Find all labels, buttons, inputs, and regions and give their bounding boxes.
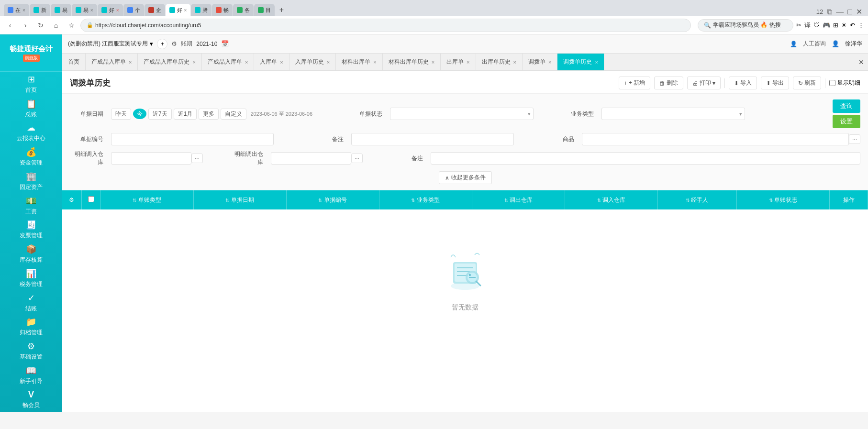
sidebar-item-funds[interactable]: 💰 资金管理 <box>0 145 62 169</box>
print-button[interactable]: 🖨 打印 ▾ <box>687 77 721 89</box>
back-button[interactable]: ‹ <box>4 19 16 32</box>
page-tab-transfer-history[interactable]: 调拨单历史 × <box>557 54 604 71</box>
detail-in-input[interactable] <box>111 152 191 165</box>
bookmark-button[interactable]: ☆ <box>65 19 78 32</box>
new-button[interactable]: + + 新增 <box>619 77 650 89</box>
tab-close-icon[interactable]: × <box>373 59 376 65</box>
page-tab-finished-goods-in-history[interactable]: 产成品入库单历史 × <box>138 54 201 71</box>
tab-close-icon[interactable]: × <box>432 59 434 65</box>
page-tab-stockout-history[interactable]: 出库单历史 × <box>476 54 523 71</box>
display-checkbox-wrapper[interactable]: 显示明细 <box>829 79 860 87</box>
sidebar-item-vip[interactable]: V 畅会员 <box>0 387 62 412</box>
browser-tab-11[interactable]: 各 <box>233 4 254 16</box>
maximize-btn[interactable]: □ <box>847 8 852 16</box>
page-tab-material-out[interactable]: 材料出库单 × <box>336 54 382 71</box>
browser-tab-8[interactable]: 好 × <box>166 4 191 16</box>
browser-tab-2[interactable]: 新 <box>30 4 50 16</box>
browser-tab-10[interactable]: 畅 <box>212 4 233 16</box>
page-tab-finished-goods-in-2[interactable]: 产成品入库单 × <box>202 54 254 71</box>
sidebar-item-home[interactable]: ⊞ 首页 <box>0 72 62 96</box>
col-doc-date[interactable]: ⇅ 单据日期 <box>193 190 286 209</box>
detail-out-picker[interactable]: ··· <box>351 154 363 163</box>
extension-icon-shield[interactable]: 🛡 <box>813 22 820 29</box>
tab-close-icon[interactable]: × <box>467 59 469 65</box>
address-bar[interactable]: 🔒 https://cloud.chanjet.com/accounting/u… <box>80 19 691 32</box>
browser-tab-1[interactable]: 在 × <box>4 4 29 16</box>
page-tab-stockin-history[interactable]: 入库单历史 × <box>289 54 336 71</box>
setting-button[interactable]: 设置 <box>833 115 860 128</box>
browser-tab-12[interactable]: 目 <box>254 4 275 16</box>
tab-close-icon[interactable]: × <box>327 59 330 65</box>
extension-icon-grid[interactable]: ⊞ <box>833 22 838 29</box>
page-tab-transfer[interactable]: 调拨单 × <box>523 54 557 71</box>
sidebar-item-archive[interactable]: 📁 归档管理 <box>0 315 62 339</box>
sidebar-item-closing[interactable]: ✓ 结账 <box>0 290 62 315</box>
detail-in-picker[interactable]: ··· <box>191 154 203 163</box>
tab-close-icon[interactable]: × <box>513 59 516 65</box>
col-doc-number[interactable]: ⇅ 单据编号 <box>286 190 379 209</box>
detail-out-input[interactable] <box>271 152 351 165</box>
page-tab-material-out-history[interactable]: 材料出库单历史 × <box>383 54 441 71</box>
query-button[interactable]: 查询 <box>833 99 860 113</box>
col-doc-status[interactable]: ⇅ 单账状态 <box>736 190 829 209</box>
tab-close-icon[interactable]: × <box>280 59 283 65</box>
collapse-button[interactable]: ∧ 收起更多条件 <box>439 171 492 184</box>
tab-close-icon[interactable]: × <box>595 59 598 65</box>
close-btn[interactable]: ✕ <box>856 7 862 16</box>
settings-th[interactable]: ⚙ <box>62 190 81 209</box>
extension-icon-history[interactable]: ↶ <box>850 22 855 29</box>
delete-button[interactable]: 🗑 删除 <box>654 77 683 89</box>
sidebar-item-payroll[interactable]: 💵 工资 <box>0 193 62 218</box>
restore-btn[interactable]: ⧉ <box>827 8 832 16</box>
goods-picker-button[interactable]: ··· <box>849 134 860 144</box>
col-transfer-out[interactable]: ⇅ 调出仓库 <box>472 190 565 209</box>
biz-type-select[interactable] <box>601 108 745 120</box>
search-bar[interactable]: 🔍 学霸应聘场驱鸟员 🔥 热搜 <box>698 19 793 32</box>
sidebar-item-invoice[interactable]: 🧾 发票管理 <box>0 218 62 242</box>
tab-close-icon[interactable]: × <box>245 59 248 65</box>
menu-icon[interactable]: ⋮ <box>858 22 864 29</box>
note-input[interactable] <box>351 133 514 145</box>
browser-tab-9[interactable]: 腾 <box>191 4 211 16</box>
sidebar-item-ledger[interactable]: 📋 总账 <box>0 96 62 121</box>
col-handler[interactable]: ⇅ 经手人 <box>657 190 736 209</box>
import-button[interactable]: ⬇ 导入 <box>729 77 757 89</box>
sidebar-item-guide[interactable]: 📖 新手引导 <box>0 363 62 387</box>
browser-tab-4[interactable]: 易 × <box>72 4 97 16</box>
date-btn-1month[interactable]: 近1月 <box>174 109 197 120</box>
sidebar-item-tax[interactable]: 📊 税务管理 <box>0 266 62 290</box>
sidebar-item-assets[interactable]: 🏢 固定资产 <box>0 169 62 193</box>
sidebar-item-inventory[interactable]: 📦 库存核算 <box>0 242 62 266</box>
extension-icon-game[interactable]: 🎮 <box>823 22 830 29</box>
goods-input[interactable] <box>582 133 849 145</box>
settings-gear-button[interactable]: ⚙ <box>171 40 177 47</box>
add-company-button[interactable]: + <box>157 39 167 49</box>
select-all-checkbox[interactable] <box>88 196 94 202</box>
tab-close-icon[interactable]: × <box>192 59 195 65</box>
refresh-button[interactable]: ↻ 刷新 <box>793 77 821 89</box>
browser-tab-6[interactable]: 个 <box>123 4 144 16</box>
page-tab-stockin[interactable]: 入库单 × <box>254 54 289 71</box>
page-tab-stockout[interactable]: 出库单 × <box>441 54 476 71</box>
forward-button[interactable]: › <box>19 19 32 32</box>
home-button[interactable]: ⌂ <box>50 19 62 32</box>
new-tab-button[interactable]: + <box>275 4 288 16</box>
minimize-btn[interactable]: — <box>836 8 844 16</box>
date-btn-7days[interactable]: 近7天 <box>148 109 172 120</box>
tab-count[interactable]: 12 <box>816 8 823 15</box>
sidebar-item-reports[interactable]: ☁ 云报表中心 <box>0 121 62 145</box>
doc-number-input[interactable] <box>111 133 274 145</box>
extension-icon-translate[interactable]: 译 <box>804 21 811 30</box>
browser-tab-7[interactable]: 企 <box>145 4 165 16</box>
export-button[interactable]: ⬆ 导出 <box>761 77 789 89</box>
extension-icon-sun[interactable]: ☀ <box>841 22 847 29</box>
display-checkbox[interactable] <box>829 80 835 86</box>
reload-button[interactable]: ↻ <box>34 19 47 32</box>
page-tab-finished-goods-in[interactable]: 产成品入库单 × <box>86 54 138 71</box>
tab-close-icon[interactable]: × <box>129 59 132 65</box>
browser-tab-5[interactable]: 好 × <box>98 4 123 16</box>
browser-tab-3[interactable]: 易 <box>51 4 71 16</box>
page-tab-home[interactable]: 首页 <box>62 54 86 71</box>
remark-input[interactable] <box>431 152 860 165</box>
sidebar-item-settings[interactable]: ⚙ 基础设置 <box>0 339 62 363</box>
